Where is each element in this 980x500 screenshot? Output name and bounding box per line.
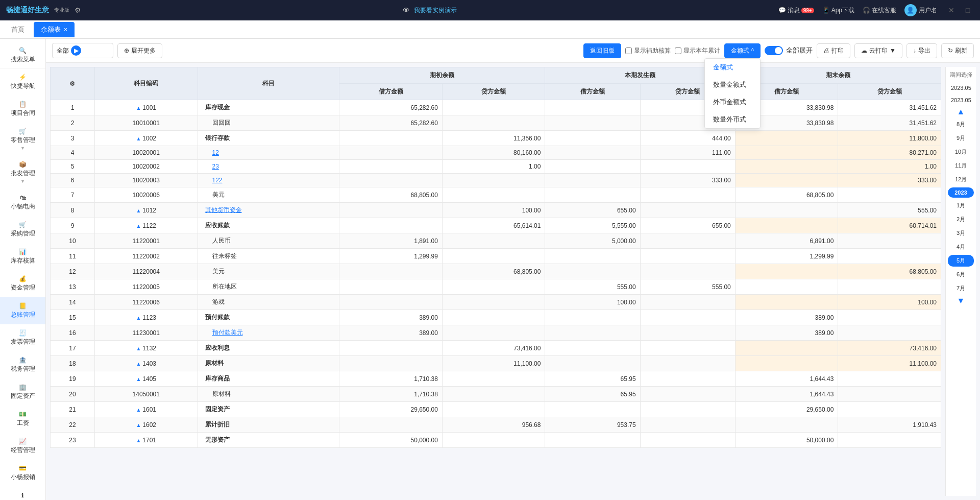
amount-style-btn[interactable]: 金额式 ^ <box>724 43 761 58</box>
row-subject[interactable]: 预付款美元 <box>198 325 339 341</box>
table-row[interactable]: 8▲1012其他货币资金100.00655.00555.00 <box>51 203 941 218</box>
period-feb[interactable]: 2月 <box>948 213 974 225</box>
toggle-switch[interactable] <box>765 46 783 55</box>
print-btn[interactable]: 🖨 打印 <box>817 43 850 58</box>
table-row[interactable]: 210010001回回回65,282.6033,830.9831,451.62 <box>51 115 941 131</box>
col-settings[interactable]: ⚙ <box>51 67 95 100</box>
amount-style-option-2[interactable]: 外币金额式 <box>705 93 760 111</box>
show-auxiliary-checkbox-label[interactable]: 显示辅助核算 <box>625 46 671 55</box>
refresh-icon: ↻ <box>948 47 953 54</box>
period-aug[interactable]: 8月 <box>948 118 974 130</box>
export-btn[interactable]: ↓ 导出 <box>906 43 937 58</box>
maximize-button[interactable]: □ <box>962 4 974 16</box>
period-mar[interactable]: 3月 <box>948 227 974 239</box>
sidebar-item-retail[interactable]: 🛒 零售管理 ▼ <box>0 123 45 156</box>
sidebar-item-purchase[interactable]: 🛒 采购管理 <box>0 216 45 243</box>
table-row[interactable]: 22▲1602累计折旧956.68953.751,910.43 <box>51 417 941 433</box>
sidebar-item-basicinfo[interactable]: ℹ 基础信息 <box>0 487 45 500</box>
period-nav-down[interactable]: ▼ <box>957 296 965 305</box>
amount-style-option-0[interactable]: 金额式 <box>705 59 760 76</box>
settings-gear-icon[interactable]: ⚙ <box>69 80 75 87</box>
table-row[interactable]: 2014050001原材料1,710.3865.951,644.43 <box>51 387 941 402</box>
period-apr[interactable]: 4月 <box>948 241 974 253</box>
row-subject[interactable]: 其他货币资金 <box>198 203 339 218</box>
expand-all-toggle[interactable]: 全部展开 <box>765 46 813 55</box>
table-row[interactable]: 510020002231.001.00 <box>51 160 941 174</box>
row-subject[interactable]: 122 <box>198 174 339 187</box>
cloud-print-btn[interactable]: ☁ 云打印 ▼ <box>854 43 902 58</box>
sidebar-item-tax[interactable]: 🏦 税务管理 <box>0 351 45 378</box>
row-opening-credit <box>442 387 545 402</box>
period-year-label[interactable]: 2023.05 <box>948 95 974 105</box>
table-row[interactable]: 4100200011280,160.00111.0080,271.00 <box>51 146 941 160</box>
period-oct[interactable]: 10月 <box>948 146 974 158</box>
table-row[interactable]: 3▲1002银行存款11,356.00444.0011,800.00 <box>51 131 941 146</box>
message-icon[interactable]: 💬 消息 99+ <box>778 6 814 15</box>
show-ytd-checkbox[interactable] <box>675 47 681 54</box>
user-avatar[interactable]: 👤 用户名 <box>904 4 937 16</box>
sidebar-item-management[interactable]: 📈 经营管理 <box>0 433 45 460</box>
period-jul[interactable]: 7月 <box>948 282 974 294</box>
table-row[interactable]: 1111220002往来标签1,299.991,299.99 <box>51 249 941 264</box>
tab-balance-sheet[interactable]: 余额表 × <box>34 22 75 37</box>
table-row[interactable]: 1211220004美元68,805.0068,805.00 <box>51 264 941 279</box>
show-ytd-checkbox-label[interactable]: 显示本年累计 <box>675 46 720 55</box>
period-year-start[interactable]: 2023.05 <box>948 83 974 93</box>
sidebar-item-wholesale[interactable]: 📦 批发管理 ▼ <box>0 156 45 189</box>
sidebar-item-expense[interactable]: 💳 小畅报销 <box>0 460 45 487</box>
period-may[interactable]: 5月 <box>948 255 974 267</box>
search-arrow-btn[interactable]: ▶ <box>71 45 81 56</box>
table-row[interactable]: 19▲1405库存商品1,710.3865.951,644.43 <box>51 371 941 387</box>
table-row[interactable]: 1011220001人民币1,891.005,000.006,891.00 <box>51 233 941 249</box>
sidebar-item-search[interactable]: 🔍 搜索菜单 <box>0 43 45 68</box>
period-nov[interactable]: 11月 <box>948 160 974 172</box>
sidebar-item-quicknav[interactable]: ⚡ 快捷导航 <box>0 68 45 96</box>
tab-home[interactable]: 首页 <box>4 22 32 37</box>
show-auxiliary-checkbox[interactable] <box>625 47 632 54</box>
table-row[interactable]: 1311220005所在地区555.00555.00 <box>51 279 941 295</box>
row-subject[interactable]: 23 <box>198 160 339 174</box>
expand-more-btn[interactable]: ⊕ 展开更多 <box>117 43 162 58</box>
tab-close-icon[interactable]: × <box>64 26 67 33</box>
row-subject: 应收利息 <box>198 341 339 356</box>
amount-style-option-1[interactable]: 数量金额式 <box>705 76 760 93</box>
sidebar-item-capital[interactable]: 💰 资金管理 <box>0 270 45 297</box>
purchase-icon: 🛒 <box>19 221 27 228</box>
table-row[interactable]: 1▲1001库存现金65,282.6033,830.9831,451.62 <box>51 100 941 115</box>
table-row[interactable]: 23▲1701无形资产50,000.0050,000.00 <box>51 433 941 448</box>
sidebar-item-inventory[interactable]: 📊 库存核算 <box>0 243 45 270</box>
table-row[interactable]: 17▲1132应收利息73,416.0073,416.00 <box>51 341 941 356</box>
sidebar-item-ecommerce[interactable]: 🛍 小畅电商 <box>0 189 45 216</box>
sidebar-item-fixedassets[interactable]: 🏢 固定资产 <box>0 378 45 406</box>
period-dec[interactable]: 12月 <box>948 174 974 185</box>
row-code: 10010001 <box>94 115 198 131</box>
period-jan[interactable]: 1月 <box>948 200 974 211</box>
period-nav-up[interactable]: ▲ <box>957 107 965 116</box>
table-row[interactable]: 15▲1123预付账款389.00389.00 <box>51 310 941 325</box>
sidebar-item-contract[interactable]: 📋 项目合同 <box>0 96 45 123</box>
table-row[interactable]: 21▲1601固定资产29,650.0029,650.00 <box>51 402 941 417</box>
table-row[interactable]: 710020006美元68,805.0068,805.00 <box>51 187 941 203</box>
col-subject-header: 科目 <box>198 67 339 100</box>
period-sep[interactable]: 9月 <box>948 132 974 144</box>
online-service[interactable]: 🎧 在线客服 <box>863 6 896 15</box>
table-row[interactable]: 18▲1403原材料11,100.0011,100.00 <box>51 356 941 371</box>
table-row[interactable]: 9▲1122应收账款65,614.015,555.00655.0060,714.… <box>51 218 941 233</box>
app-download[interactable]: 📱 App下载 <box>822 6 854 15</box>
amount-style-option-3[interactable]: 数量外币式 <box>705 111 760 128</box>
settings-icon[interactable]: ⚙ <box>75 6 81 14</box>
refresh-btn[interactable]: ↻ 刷新 <box>941 43 974 58</box>
table-row[interactable]: 1611230001预付款美元389.00389.00 <box>51 325 941 341</box>
sidebar-item-payroll[interactable]: 💵 工资 <box>0 406 45 433</box>
back-old-btn[interactable]: 返回旧版 <box>583 43 621 58</box>
table-row[interactable]: 1411220006游戏100.00100.00 <box>51 295 941 310</box>
sidebar-item-ledger[interactable]: 📒 总账管理 <box>0 297 45 324</box>
row-subject[interactable]: 12 <box>198 146 339 160</box>
period-jun[interactable]: 6月 <box>948 269 974 280</box>
tab-bar: 首页 余额表 × <box>0 20 980 39</box>
table-row[interactable]: 610020003122333.00333.00 <box>51 174 941 187</box>
demo-link[interactable]: 我要看实例演示 <box>414 6 457 15</box>
close-button[interactable]: ✕ <box>945 4 958 16</box>
period-2023[interactable]: 2023 <box>948 187 974 198</box>
sidebar-item-invoice[interactable]: 🧾 发票管理 <box>0 324 45 351</box>
